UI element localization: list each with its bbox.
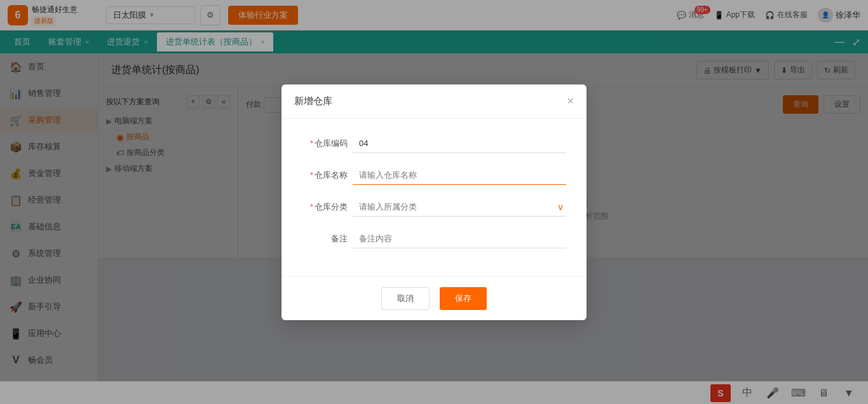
save-button[interactable]: 保存 xyxy=(440,287,487,310)
add-warehouse-modal: 新增仓库 × *仓库编码 *仓库名称 *仓库分类 xyxy=(281,84,587,320)
modal-title: 新增仓库 xyxy=(294,95,332,107)
remark-input[interactable] xyxy=(353,229,566,248)
name-input[interactable] xyxy=(353,166,566,185)
modal-footer: 取消 保存 xyxy=(281,276,587,320)
modal-header: 新增仓库 × xyxy=(281,84,587,119)
modal-overlay: 新增仓库 × *仓库编码 *仓库名称 *仓库分类 xyxy=(0,0,868,404)
name-label: *仓库名称 xyxy=(302,170,353,181)
form-row-remark: 备注 xyxy=(302,229,566,248)
form-row-category: *仓库分类 ∨ xyxy=(302,198,566,217)
form-row-code: *仓库编码 xyxy=(302,134,566,153)
modal-close-button[interactable]: × xyxy=(567,95,574,108)
category-select-container: ∨ xyxy=(353,198,566,217)
modal-body: *仓库编码 *仓库名称 *仓库分类 ∨ xyxy=(281,119,587,276)
code-input[interactable] xyxy=(353,134,566,153)
code-label: *仓库编码 xyxy=(302,138,353,149)
cancel-button[interactable]: 取消 xyxy=(381,287,430,310)
category-dropdown-arrow[interactable]: ∨ xyxy=(557,202,564,212)
remark-label: 备注 xyxy=(302,233,353,245)
form-row-name: *仓库名称 xyxy=(302,166,566,185)
category-label: *仓库分类 xyxy=(302,201,353,213)
category-input[interactable] xyxy=(353,198,566,217)
